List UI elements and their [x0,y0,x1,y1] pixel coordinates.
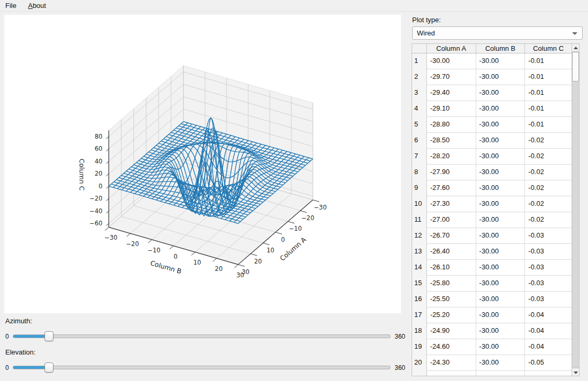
row-header[interactable]: 15 [412,276,427,292]
table-cell[interactable]: -24.30 [427,355,476,371]
row-header[interactable]: 11 [412,212,427,228]
table-cell[interactable]: -30.00 [427,53,476,69]
row-header[interactable]: 8 [412,165,427,180]
table-cell[interactable]: -30.00 [476,196,525,212]
scroll-up-button[interactable] [572,44,579,52]
azimuth-slider[interactable] [13,334,390,338]
row-header[interactable]: 17 [412,307,427,323]
table-cell[interactable]: -25.20 [427,307,476,323]
azimuth-slider-handle[interactable] [44,331,54,341]
scrollbar-thumb[interactable] [572,52,579,81]
table-cell[interactable]: -27.30 [427,196,476,212]
table-row: 13-26.40-30.00-0.03 [412,244,572,260]
table-cell[interactable]: -30.00 [476,165,525,180]
plot-canvas[interactable]: −30−20−100102030−30−20−100102030−60−40−2… [4,15,401,313]
table-cell[interactable]: -0.03 [525,244,572,260]
table-cell[interactable]: -0.01 [525,85,572,101]
table-cell[interactable]: -26.40 [427,244,476,260]
table-cell[interactable]: -0.05 [525,355,572,371]
table-cell[interactable]: -30.00 [476,244,525,260]
table-cell[interactable]: -0.02 [525,133,572,149]
table-cell[interactable]: -27.00 [427,212,476,228]
table-cell[interactable]: -0.03 [525,228,572,244]
table-cell[interactable]: -0.01 [525,101,572,117]
table-row: 4-29.10-30.00-0.01 [412,101,572,117]
table-cell[interactable]: -30.00 [476,180,525,196]
table-cell[interactable]: -24.60 [427,339,476,355]
table-cell[interactable]: -30.00 [476,276,525,292]
row-header[interactable]: 9 [412,180,427,196]
table-cell[interactable]: -28.80 [427,117,476,133]
table-cell[interactable]: -27.60 [427,180,476,196]
table-cell[interactable]: -26.70 [427,228,476,244]
table-cell[interactable]: -0.02 [525,149,572,165]
elevation-slider[interactable] [13,366,390,369]
table-cell[interactable]: -30.00 [476,117,525,133]
table-cell[interactable]: -24.90 [427,323,476,339]
table-cell[interactable]: -0.01 [525,53,572,69]
table-cell[interactable]: -0.02 [525,180,572,196]
table-cell[interactable]: -25.80 [427,276,476,292]
table-cell[interactable]: -29.40 [427,85,476,101]
table-cell[interactable]: -30.00 [476,133,525,149]
table-cell[interactable]: -0.03 [525,292,572,307]
table-cell[interactable]: -0.01 [525,69,572,85]
table-cell[interactable]: -28.50 [427,133,476,149]
column-header-a[interactable]: Column A [427,44,476,53]
row-header[interactable]: 4 [412,101,427,117]
table-scrollbar[interactable] [572,43,580,376]
column-header-c[interactable]: Column C [525,44,572,53]
elevation-slider-handle[interactable] [44,362,54,373]
scroll-down-button[interactable] [572,368,579,376]
plot-type-combobox[interactable]: Wired [412,26,583,40]
row-header[interactable]: 7 [412,149,427,165]
table-cell[interactable]: -25.50 [427,292,476,307]
table-cell[interactable]: -0.04 [525,307,572,323]
table-cell[interactable]: -30.00 [476,149,525,165]
row-header[interactable]: 19 [412,339,427,355]
table-row: 5-28.80-30.00-0.01 [412,117,572,133]
table-row: 12-26.70-30.00-0.03 [412,228,572,244]
table-cell[interactable]: -0.04 [525,323,572,339]
table-cell[interactable]: -29.70 [427,69,476,85]
table-cell[interactable]: -30.00 [476,260,525,276]
table-cell[interactable]: -29.10 [427,101,476,117]
row-header[interactable]: 20 [412,355,427,371]
table-cell[interactable]: -0.02 [525,212,572,228]
table-cell[interactable]: -30.00 [476,355,525,371]
row-header[interactable]: 3 [412,85,427,101]
row-header[interactable]: 6 [412,133,427,149]
table-cell[interactable]: -30.00 [476,339,525,355]
table-cell[interactable]: -0.02 [525,196,572,212]
column-header-b[interactable]: Column B [476,44,525,53]
table-cell[interactable]: -30.00 [476,323,525,339]
table-cell[interactable]: -30.00 [476,212,525,228]
row-header[interactable]: 1 [412,53,427,69]
table-cell[interactable]: -0.03 [525,260,572,276]
table-cell[interactable]: -0.02 [525,165,572,180]
table-cell[interactable]: -30.00 [476,292,525,307]
row-header[interactable]: 14 [412,260,427,276]
table-body: 1-30.00-30.00-0.012-29.70-30.00-0.013-29… [412,53,572,376]
row-header[interactable]: 12 [412,228,427,244]
table-cell[interactable]: -0.01 [525,117,572,133]
row-header[interactable]: 18 [412,323,427,339]
table-cell[interactable]: -0.03 [525,276,572,292]
row-header[interactable]: 5 [412,117,427,133]
row-header[interactable]: 2 [412,69,427,85]
table-cell[interactable]: -30.00 [476,85,525,101]
table-cell[interactable]: -30.00 [476,307,525,323]
table-cell[interactable]: -30.00 [476,53,525,69]
table-cell[interactable]: -26.10 [427,260,476,276]
table-cell[interactable]: -0.04 [525,339,572,355]
table-cell[interactable]: -28.20 [427,149,476,165]
table-cell[interactable]: -30.00 [476,228,525,244]
menu-file[interactable]: File [5,1,21,11]
row-header[interactable]: 13 [412,244,427,260]
table-cell[interactable]: -30.00 [476,101,525,117]
menu-about[interactable]: About [28,1,50,11]
table-cell[interactable]: -27.90 [427,165,476,180]
table-cell[interactable]: -30.00 [476,69,525,85]
row-header[interactable]: 16 [412,292,427,307]
row-header[interactable]: 10 [412,196,427,212]
